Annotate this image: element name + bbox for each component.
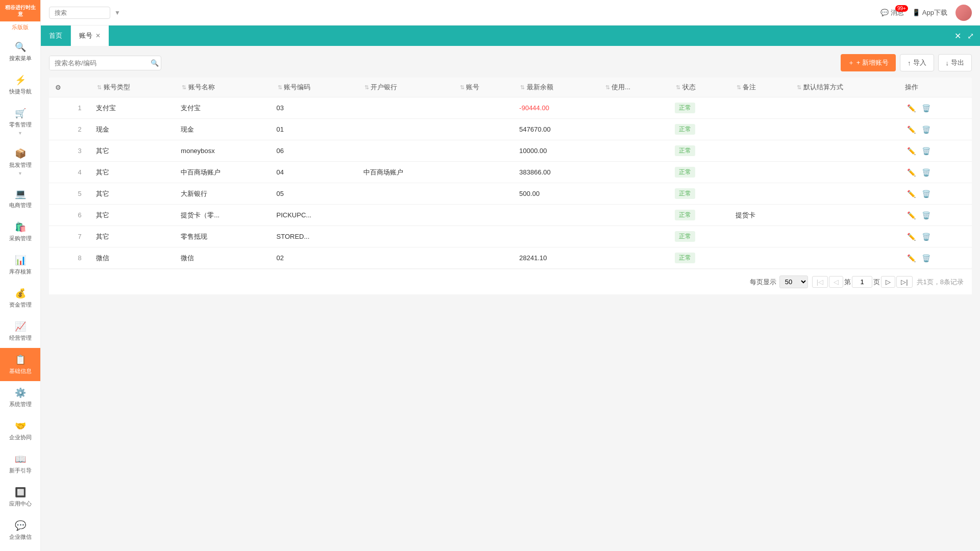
sidebar-item-enterprise[interactable]: 🤝 企业协同 — [0, 414, 40, 447]
content-area: 🔍 ＋ + 新增账号 ↑ 导入 ↓ 导出 — [41, 46, 980, 551]
sidebar-item-retail[interactable]: 🛒 零售管理 ▼ — [0, 102, 40, 142]
download-label: App下载 — [922, 8, 947, 17]
delete-button[interactable]: 🗑️ — [920, 253, 933, 263]
table-row: 2 现金 现金 01 547670.00 正常 ✏️ 🗑️ — [49, 119, 972, 140]
tab-account[interactable]: 账号 ✕ — [71, 26, 109, 46]
per-page-label: 每页显示 — [750, 278, 776, 287]
edit-button[interactable]: ✏️ — [905, 232, 918, 242]
delete-button[interactable]: 🗑️ — [920, 232, 933, 242]
row-account-type: 其它 — [90, 183, 175, 205]
row-num: 2 — [69, 119, 90, 140]
account-name-col-header: ⇅ 账号名称 — [175, 78, 270, 97]
sidebar-item-ecommerce[interactable]: 💻 电商管理 — [0, 182, 40, 215]
purchase-icon: 🛍️ — [15, 221, 26, 233]
row-account-name: moneybosx — [175, 140, 270, 162]
tab-close-all-button[interactable]: ✕ — [952, 29, 963, 43]
sidebar: 稻谷进行时生意 乐版版 🔍 搜索菜单 ⚡ 快捷导航 🛒 零售管理 ▼ 📦 批发管… — [0, 0, 41, 551]
sidebar-item-member[interactable]: 👥 畅会员 — [0, 547, 40, 551]
prev-page-button[interactable]: ◁ — [829, 276, 843, 288]
row-settings-cell — [49, 247, 69, 269]
row-usage — [598, 226, 669, 247]
row-default-settlement — [790, 97, 899, 119]
last-page-button[interactable]: ▷| — [896, 276, 912, 288]
message-button[interactable]: 💬 消息 99+ — [880, 8, 904, 17]
expand-icon: ▼ — [18, 171, 22, 176]
row-num: 1 — [69, 97, 90, 119]
status-badge: 正常 — [675, 231, 695, 242]
search-input[interactable] — [50, 56, 145, 70]
page-suffix: 页 — [873, 278, 880, 287]
sidebar-item-label: 搜索菜单 — [9, 55, 32, 62]
tab-account-label: 账号 — [79, 31, 92, 40]
delete-button[interactable]: 🗑️ — [920, 103, 933, 113]
row-account-name: 中百商场账户 — [175, 162, 270, 183]
sidebar-item-search-menu[interactable]: 🔍 搜索菜单 — [0, 35, 40, 68]
sidebar-item-purchase[interactable]: 🛍️ 采购管理 — [0, 215, 40, 248]
row-balance — [513, 205, 598, 226]
sidebar-item-guide[interactable]: 📖 新手引导 — [0, 447, 40, 481]
sort-icon: ⇅ — [520, 84, 525, 90]
delete-button[interactable]: 🗑️ — [920, 189, 933, 199]
sidebar-item-quick-nav[interactable]: ⚡ 快捷导航 — [0, 68, 40, 102]
delete-button[interactable]: 🗑️ — [920, 210, 933, 220]
page-input[interactable] — [852, 276, 872, 288]
edit-button[interactable]: ✏️ — [905, 189, 918, 199]
row-default-settlement — [790, 140, 899, 162]
row-balance: 28241.10 — [513, 247, 598, 269]
search-button[interactable]: 🔍 — [145, 56, 161, 70]
delete-button[interactable]: 🗑️ — [920, 146, 933, 156]
edit-button[interactable]: ✏️ — [905, 124, 918, 135]
row-remark — [729, 140, 790, 162]
row-status: 正常 — [669, 162, 729, 183]
row-account-num — [453, 162, 513, 183]
delete-button[interactable]: 🗑️ — [920, 167, 933, 178]
sidebar-item-wholesale[interactable]: 📦 批发管理 ▼ — [0, 142, 40, 182]
import-button[interactable]: ↑ 导入 — [900, 54, 934, 71]
row-actions: ✏️ 🗑️ — [899, 205, 972, 226]
topbar-search-input[interactable] — [49, 7, 110, 19]
row-actions: ✏️ 🗑️ — [899, 183, 972, 205]
status-badge: 正常 — [675, 188, 695, 199]
row-account-type: 其它 — [90, 226, 175, 247]
settings-gear-icon[interactable]: ⚙ — [55, 84, 61, 91]
row-usage — [598, 119, 669, 140]
edit-button[interactable]: ✏️ — [905, 210, 918, 220]
tab-close-icon[interactable]: ✕ — [95, 32, 101, 39]
sidebar-item-inventory[interactable]: 📊 库存核算 — [0, 248, 40, 282]
guide-icon: 📖 — [15, 454, 26, 465]
row-account-code: 03 — [271, 97, 357, 119]
page-nav: |◁ ◁ 第 页 ▷ ▷| — [812, 276, 913, 288]
app-download-button[interactable]: 📱 App下载 — [912, 8, 947, 17]
sidebar-item-app-center[interactable]: 🔲 应用中心 — [0, 481, 40, 514]
edit-button[interactable]: ✏️ — [905, 146, 918, 156]
sidebar-item-business[interactable]: 📈 经营管理 — [0, 315, 40, 348]
row-bank — [357, 205, 453, 226]
topbar-dropdown-icon[interactable]: ▼ — [114, 9, 120, 16]
topbar-left: ▼ — [49, 7, 120, 19]
delete-button[interactable]: 🗑️ — [920, 124, 933, 135]
row-settings-cell — [49, 162, 69, 183]
edit-button[interactable]: ✏️ — [905, 167, 918, 178]
edit-button[interactable]: ✏️ — [905, 253, 918, 263]
row-balance: -90444.00 — [513, 97, 598, 119]
tab-home[interactable]: 首页 — [41, 26, 71, 46]
export-button[interactable]: ↓ 导出 — [938, 54, 972, 71]
sidebar-item-basic-info[interactable]: 📋 基础信息 — [0, 348, 40, 381]
next-page-button[interactable]: ▷ — [881, 276, 895, 288]
sidebar-item-system[interactable]: ⚙️ 系统管理 — [0, 381, 40, 414]
sort-icon: ⇅ — [182, 84, 186, 90]
add-account-button[interactable]: ＋ + 新增账号 — [841, 54, 896, 71]
page-size-select[interactable]: 50 10 20 100 — [779, 276, 808, 288]
row-usage — [598, 162, 669, 183]
tab-maximize-button[interactable]: ⤢ — [965, 29, 976, 43]
row-bank: 中百商场账户 — [357, 162, 453, 183]
user-avatar[interactable] — [955, 5, 972, 21]
first-page-button[interactable]: |◁ — [812, 276, 828, 288]
table-row: 6 其它 提货卡（零... PICKUPC... 正常 提货卡 ✏️ 🗑️ — [49, 205, 972, 226]
row-default-settlement — [790, 183, 899, 205]
inventory-icon: 📊 — [15, 255, 26, 266]
row-settings-cell — [49, 140, 69, 162]
edit-button[interactable]: ✏️ — [905, 103, 918, 113]
sidebar-item-finance[interactable]: 💰 资金管理 — [0, 282, 40, 315]
sidebar-item-wechat[interactable]: 💬 企业微信 — [0, 514, 40, 547]
